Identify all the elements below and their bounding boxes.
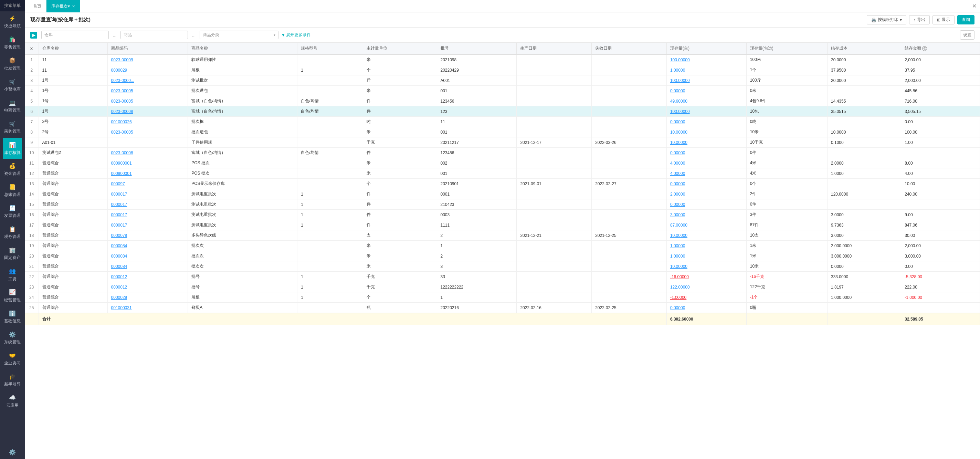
- cell-qty-main[interactable]: 10.00000: [667, 137, 746, 148]
- tab-home[interactable]: 首页: [28, 0, 46, 13]
- cell-qty-main[interactable]: 122.00000: [667, 282, 746, 292]
- settings-icon[interactable]: ⚙️: [0, 446, 25, 459]
- cell-code[interactable]: 0023-0000...: [107, 75, 188, 86]
- table-row[interactable]: 24 普通综合 0000029 展板 1 个 1 -1.00000 -1个 1,…: [25, 292, 980, 303]
- table-row[interactable]: 11 普通综合 000900001 POS 批次 米 002 4.00000 4…: [25, 158, 980, 168]
- cell-qty-main[interactable]: 49.60000: [667, 96, 746, 107]
- search-menu-button[interactable]: 搜索菜单: [0, 0, 25, 11]
- cell-qty-main[interactable]: 0.00000: [667, 148, 746, 158]
- window-close-button[interactable]: ✕: [972, 0, 977, 13]
- cell-qty-main[interactable]: 87.00000: [667, 220, 746, 230]
- sidebar-item-finance[interactable]: 💰资金管理: [3, 159, 22, 180]
- sidebar-item-retail[interactable]: 🛍️零售管理: [3, 32, 22, 53]
- sidebar-item-hr[interactable]: 👥工资: [3, 264, 22, 285]
- table-row[interactable]: 25 普通综合 001000031 鲜贝A 瓶 20220216 2022-02…: [25, 303, 980, 313]
- table-row[interactable]: 13 普通综合 000097 POS显示米保存库 个 20210901 2021…: [25, 179, 980, 189]
- sidebar-item-fixed-assets[interactable]: 🏢固定资产: [3, 243, 22, 264]
- sidebar-item-corp[interactable]: 🤝企业协同: [3, 349, 22, 370]
- export-button[interactable]: ↑ 导出: [909, 15, 930, 24]
- filter-expand-button[interactable]: ▶: [30, 32, 37, 38]
- cell-code[interactable]: 0000012: [107, 272, 188, 282]
- cell-code[interactable]: 0023-00005: [107, 86, 188, 96]
- cell-qty-main[interactable]: 4.00000: [667, 168, 746, 179]
- filter-settings-button[interactable]: 设置: [960, 30, 975, 40]
- table-row[interactable]: 20 普通综合 0000084 批次次 米 2 1.00000 1米 3,000…: [25, 251, 980, 261]
- table-row[interactable]: 15 普通综合 0000017 测试电重批次 1 件 210423 0.0000…: [25, 199, 980, 210]
- sidebar-item-micro-ecom[interactable]: 🛒小暂电商: [3, 75, 22, 96]
- cell-code[interactable]: 0000017: [107, 220, 188, 230]
- table-row[interactable]: 14 普通综合 0000017 测试电重批次 1 件 0001 2.00000 …: [25, 189, 980, 199]
- cell-code[interactable]: 0000029: [107, 292, 188, 303]
- cell-qty-main[interactable]: 0.00000: [667, 179, 746, 189]
- cell-qty-main[interactable]: 0.00000: [667, 86, 746, 96]
- cell-qty-main[interactable]: 100.00000: [667, 107, 746, 117]
- cell-code[interactable]: 0000017: [107, 210, 188, 220]
- display-button[interactable]: ⊞ 显示: [932, 15, 955, 24]
- cell-qty-main[interactable]: 0.00000: [667, 117, 746, 127]
- cell-code[interactable]: 0000084: [107, 241, 188, 251]
- cell-qty-main[interactable]: 2.00000: [667, 189, 746, 199]
- sidebar-item-wholesale[interactable]: 📦批发管理: [3, 53, 22, 74]
- cell-qty-main[interactable]: 4.00000: [667, 158, 746, 168]
- cell-qty-main[interactable]: 0.00000: [667, 303, 746, 313]
- cell-qty-main[interactable]: 10.00000: [667, 261, 746, 272]
- cell-qty-main[interactable]: -1.00000: [667, 292, 746, 303]
- cell-qty-main[interactable]: 10.00000: [667, 127, 746, 137]
- table-row[interactable]: 6 1号 0023-00008 富城（白色/均情） 白色/均情 件 123 10…: [25, 107, 980, 117]
- cell-code[interactable]: 000900001: [107, 158, 188, 168]
- sidebar-item-ecom[interactable]: 💻电商管理: [3, 96, 22, 117]
- tab-inventory-batch[interactable]: 库存批次▾✕: [46, 0, 80, 13]
- cell-code[interactable]: 001000026: [107, 117, 188, 127]
- print-button[interactable]: 🖨️ 按模板打印 ▾: [867, 15, 906, 24]
- cell-qty-main[interactable]: 100.00000: [667, 75, 746, 86]
- table-row[interactable]: 5 1号 0023-00005 富城（白色/均情） 白色/均情 件 123456…: [25, 96, 980, 107]
- table-row[interactable]: 10 测试透包2 0023-00008 富城（白色/均情） 白色/均情 件 12…: [25, 148, 980, 158]
- cell-qty-main[interactable]: 1.00000: [667, 241, 746, 251]
- sidebar-item-tax[interactable]: 📋税务管理: [3, 222, 22, 243]
- table-row[interactable]: 18 普通综合 0000078 多头异色欢线 支 2 2021-12-21 20…: [25, 230, 980, 241]
- cell-code[interactable]: 000900001: [107, 168, 188, 179]
- amount-info-icon[interactable]: ①: [922, 46, 927, 51]
- expand-conditions-button[interactable]: ▼ 展开更多条件: [281, 32, 311, 38]
- sidebar-item-quick-nav[interactable]: ⚡快捷导航: [3, 11, 22, 32]
- cell-code[interactable]: 000097: [107, 179, 188, 189]
- table-row[interactable]: 12 普通综合 000900001 POS 批次 米 001 4.00000 4…: [25, 168, 980, 179]
- table-row[interactable]: 23 普通综合 0000012 批号 1 千克 1222222222 122.0…: [25, 282, 980, 292]
- cell-code[interactable]: 0023-00008: [107, 148, 188, 158]
- sidebar-item-cloud[interactable]: ☁️云应用: [3, 390, 22, 411]
- table-row[interactable]: 22 普通综合 0000012 批号 1 千克 33 -16.00000 -16…: [25, 272, 980, 282]
- table-row[interactable]: 21 普通综合 0000084 批次次 米 3 10.00000 10米 0.0…: [25, 261, 980, 272]
- product-filter[interactable]: 商品: [121, 31, 188, 39]
- cell-qty-main[interactable]: 0.00000: [667, 199, 746, 210]
- sidebar-item-invoice[interactable]: 🧾发票管理: [3, 201, 22, 222]
- cell-code[interactable]: 001000031: [107, 303, 188, 313]
- sidebar-item-inventory[interactable]: 📊库存核算: [3, 138, 22, 159]
- sidebar-item-purchase[interactable]: 🛒采购管理: [3, 117, 22, 138]
- warehouse-filter-input[interactable]: [54, 33, 106, 38]
- sidebar-item-ops[interactable]: 📈经营管理: [3, 285, 22, 306]
- tab-close-inventory-batch[interactable]: ✕: [72, 4, 75, 8]
- category-filter[interactable]: 商品分类 ▾: [200, 31, 278, 39]
- cell-code[interactable]: 0000084: [107, 251, 188, 261]
- table-row[interactable]: 1 11 0023-00009 软球通用弹性 米 2021098 100.000…: [25, 54, 980, 65]
- cell-code[interactable]: 0023-00008: [107, 107, 188, 117]
- sidebar-item-newbie[interactable]: 🎓新手引导: [3, 370, 22, 390]
- cell-qty-main[interactable]: 1.00000: [667, 251, 746, 261]
- table-row[interactable]: 16 普通综合 0000017 测试电重批次 1 件 0003 3.00000 …: [25, 210, 980, 220]
- cell-code[interactable]: 0000017: [107, 199, 188, 210]
- cell-qty-main[interactable]: 100.00000: [667, 54, 746, 65]
- table-row[interactable]: 3 1号 0023-0000... 测试批次 斤 A001 100.00000 …: [25, 75, 980, 86]
- sidebar-item-sys[interactable]: ⚙️系统管理: [3, 327, 22, 349]
- cell-code[interactable]: [107, 137, 188, 148]
- cell-qty-main[interactable]: 1.00000: [667, 65, 746, 75]
- cell-code[interactable]: 0000078: [107, 230, 188, 241]
- cell-code[interactable]: 0000029: [107, 65, 188, 75]
- cell-code[interactable]: 0023-00005: [107, 127, 188, 137]
- table-row[interactable]: 17 普通综合 0000017 测试电重批次 1 件 1111 87.00000…: [25, 220, 980, 230]
- cell-code[interactable]: 0000084: [107, 261, 188, 272]
- table-row[interactable]: 2 11 0000029 展板 1 个 20220429 1.00000 1个 …: [25, 65, 980, 75]
- sidebar-item-base-info[interactable]: ℹ️基础信息: [3, 306, 22, 327]
- category-filter-input[interactable]: [221, 33, 272, 38]
- cell-code[interactable]: 0000017: [107, 189, 188, 199]
- sidebar-item-general[interactable]: 📒总账管理: [3, 180, 22, 201]
